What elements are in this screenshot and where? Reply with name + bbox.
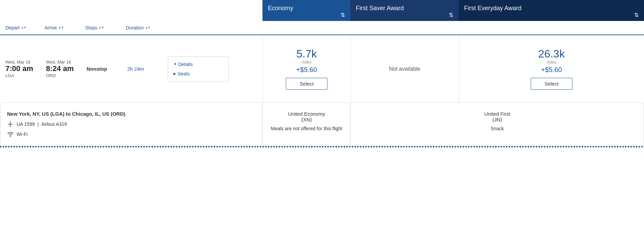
airplane-icon (7, 121, 14, 128)
first-meal-info: Snack (356, 126, 638, 131)
economy-header: Economy ⇅ (262, 0, 350, 21)
duration-sort-arrows: ▲▼ (145, 26, 151, 29)
first-everyday-price-cell: 26.3k miles +$5.60 Select (459, 35, 644, 102)
details-flight-info: UA 1599 | Airbus A319 (7, 121, 256, 128)
depart-col-header[interactable]: Depart ▲▼ (0, 24, 41, 32)
stops-sort-arrows: ▲▼ (99, 26, 104, 29)
first-saver-sort-icon[interactable]: ⇅ (356, 12, 453, 18)
flight-duration: 2h 24m (127, 66, 168, 72)
economy-sort-icon[interactable]: ⇅ (268, 12, 345, 18)
flight-stops: Nonstop (87, 66, 127, 72)
economy-price-cell: 5.7k miles +$5.60 Select (262, 35, 350, 102)
header-left-spacer (0, 0, 262, 21)
details-left-section: New York, NY, US (LGA) to Chicago, IL, U… (0, 103, 263, 146)
depart-sort-arrows: ▲▼ (21, 26, 26, 29)
seats-button[interactable]: ▶ Seats (174, 70, 190, 77)
seats-arrow-icon: ▶ (174, 72, 176, 75)
arrive-airport: ORD (46, 73, 87, 78)
details-wifi: Wi-Fi (7, 131, 256, 138)
arrive-date: Wed, Mar 16 (46, 60, 87, 65)
economy-meal-info: Meals are not offered for this flight (268, 126, 345, 131)
details-button[interactable]: ▼ Details (174, 61, 193, 68)
aircraft-type: Airbus A319 (41, 121, 67, 127)
first-cabin-name: United First (JN) (356, 111, 638, 122)
arrive-sort-arrows: ▲▼ (59, 26, 64, 29)
column-headers-row: Depart ▲▼ Arrive ▲▼ Stops ▲▼ Duration ▲▼ (0, 21, 644, 35)
separator: | (38, 121, 39, 127)
economy-header-title: Economy (268, 5, 345, 12)
first-everyday-header-title: First Everyday Award (464, 5, 639, 12)
details-arrow-icon: ▼ (174, 62, 177, 66)
economy-cash-amount: +$5.60 (296, 66, 317, 74)
first-everyday-miles-amount: 26.3k (538, 48, 565, 60)
first-everyday-cash-amount: +$5.60 (541, 66, 562, 74)
arrive-time: 8:24 am (46, 65, 87, 73)
flight-row: Wed, Mar 16 7:00 am LGA Wed, Mar 16 8:24… (0, 35, 644, 103)
details-panel: New York, NY, US (LGA) to Chicago, IL, U… (0, 103, 644, 146)
economy-select-button[interactable]: Select (286, 78, 328, 90)
arrive-col-header[interactable]: Arrive ▲▼ (41, 24, 81, 32)
flight-arrive: Wed, Mar 16 8:24 am ORD (46, 60, 87, 78)
economy-cabin-name: United Economy (XN) (268, 111, 345, 122)
first-everyday-miles-label: miles (547, 60, 556, 65)
first-everyday-sort-icon[interactable]: ⇅ (464, 12, 639, 18)
economy-miles-amount: 5.7k (296, 48, 317, 60)
economy-miles-label: miles (302, 60, 311, 65)
stops-col-header[interactable]: Stops ▲▼ (81, 24, 122, 32)
first-saver-header: First Saver Award ⇅ (350, 0, 459, 21)
duration-col-header[interactable]: Duration ▲▼ (122, 24, 169, 32)
col-header-section: Depart ▲▼ Arrive ▲▼ Stops ▲▼ Duration ▲▼ (0, 21, 262, 34)
first-saver-not-available: Not available (389, 66, 420, 72)
wifi-label: Wi-Fi (17, 132, 28, 137)
details-first-col: United First (JN) Snack (351, 103, 644, 146)
details-route: New York, NY, US (LGA) to Chicago, IL, U… (7, 111, 256, 117)
svg-point-0 (10, 136, 11, 137)
flight-depart: Wed, Mar 16 7:00 am LGA (5, 60, 46, 78)
flight-results-container: Economy ⇅ First Saver Award ⇅ First Ever… (0, 0, 644, 230)
depart-date: Wed, Mar 16 (5, 60, 46, 65)
first-saver-price-cell: Not available (350, 35, 459, 102)
flight-actions: ▼ Details ▶ Seats (168, 56, 229, 82)
details-economy-col: United Economy (XN) Meals are not offere… (263, 103, 351, 146)
bottom-border (0, 146, 644, 147)
header-row: Economy ⇅ First Saver Award ⇅ First Ever… (0, 0, 644, 21)
flight-left-section: Wed, Mar 16 7:00 am LGA Wed, Mar 16 8:24… (0, 35, 262, 102)
first-everyday-header: First Everyday Award ⇅ (459, 0, 644, 21)
depart-time: 7:00 am (5, 65, 46, 73)
first-everyday-select-button[interactable]: Select (531, 78, 573, 90)
depart-airport: LGA (5, 73, 46, 78)
first-saver-header-title: First Saver Award (356, 5, 453, 12)
wifi-icon (7, 131, 14, 138)
flight-number: UA 1599 (17, 121, 35, 127)
